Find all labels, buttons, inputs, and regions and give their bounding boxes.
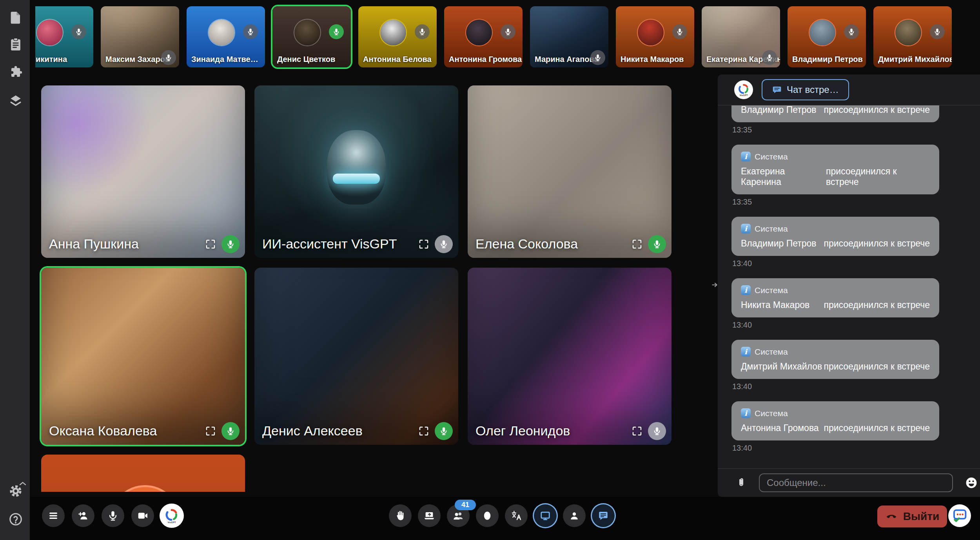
message-user: Антонина Громова xyxy=(741,423,819,433)
participant-name: Олег Леонидов xyxy=(475,423,570,439)
tab-meeting-chat[interactable]: Чат встре… xyxy=(762,79,849,100)
mic-muted-icon[interactable] xyxy=(501,24,515,39)
plugins-icon[interactable] xyxy=(7,64,24,81)
mic-on-icon[interactable] xyxy=(435,422,453,440)
expand-icon[interactable] xyxy=(630,237,644,251)
document-icon[interactable] xyxy=(7,9,24,26)
speaker-view-button[interactable] xyxy=(563,504,586,527)
mic-muted-icon[interactable] xyxy=(672,24,687,39)
message-time: 13:40 xyxy=(732,321,980,330)
filmstrip-tile[interactable]: Никита Макаров xyxy=(616,6,694,67)
visgpt-logo[interactable]: VisGPT xyxy=(734,80,753,99)
mic-muted-icon[interactable] xyxy=(161,50,176,65)
mic-muted-icon[interactable] xyxy=(243,24,258,39)
raise-hand-button[interactable] xyxy=(389,504,412,527)
avatar xyxy=(380,20,406,45)
chat-messages: iСистема Владимир Петровприсоединился к … xyxy=(718,105,980,468)
mic-muted-icon[interactable] xyxy=(435,235,453,253)
mic-muted-icon[interactable] xyxy=(844,24,859,39)
help-icon[interactable] xyxy=(7,511,24,528)
message-action: присоединился к встрече xyxy=(826,166,930,187)
filmstrip-tile[interactable]: Екатерина Каренина xyxy=(702,6,780,67)
mic-muted-icon[interactable] xyxy=(590,50,605,65)
participant-name: Анна Пушкина xyxy=(49,236,139,252)
filmstrip-tile[interactable]: Зинаида Матве… xyxy=(187,6,265,67)
clipboard-icon[interactable] xyxy=(7,36,24,53)
expand-icon[interactable] xyxy=(417,237,431,251)
filmstrip-tile[interactable]: Антонина Громова xyxy=(444,6,523,67)
message-time: 13:40 xyxy=(732,259,980,268)
visgpt-assistant-button[interactable]: VisGPT xyxy=(160,504,184,528)
message-input[interactable] xyxy=(759,473,953,492)
video-vignette xyxy=(468,85,671,258)
avatar xyxy=(209,20,234,45)
filmstrip-tile[interactable]: Максим Захаров xyxy=(101,6,179,67)
avatar xyxy=(809,20,835,45)
tab-label: Чат встре… xyxy=(787,84,839,95)
monitor-view-button[interactable] xyxy=(534,504,557,527)
info-icon: i xyxy=(741,347,751,357)
mic-muted-icon[interactable] xyxy=(648,422,666,440)
mic-on-icon[interactable] xyxy=(221,235,240,253)
settings-icon[interactable] xyxy=(7,482,24,500)
participant-name: Денис Алексеев xyxy=(262,423,363,439)
filmstrip-tile[interactable]: а Никитина xyxy=(35,6,93,67)
participants-button[interactable]: 41 xyxy=(447,504,470,527)
mic-on-icon[interactable] xyxy=(648,235,666,253)
meeting-content: а Никитина Максим Захаров Зинаида Матве…… xyxy=(30,0,980,540)
mic-on-icon[interactable] xyxy=(221,422,240,440)
message-bubble: iСистема Екатерина Каренинаприсоединился… xyxy=(731,145,939,194)
layers-icon[interactable] xyxy=(7,92,24,109)
phone-end-icon xyxy=(885,510,898,523)
filmstrip-tile[interactable]: Владимир Петров xyxy=(788,6,866,67)
message-action: присоединился к встрече xyxy=(824,361,930,372)
filmstrip-tile[interactable]: Дмитрий Михайлов xyxy=(873,6,952,67)
filmstrip-tile[interactable]: Марина Агапова xyxy=(530,6,608,67)
add-person-button[interactable] xyxy=(72,504,94,527)
sticker-chat-button[interactable] xyxy=(948,504,971,527)
chat-header: VisGPT Чат встре… + xyxy=(718,74,980,105)
participant-name: Марина Агапова xyxy=(535,55,599,64)
participant-name: Владимир Петров xyxy=(792,55,863,64)
message-sender: Система xyxy=(755,286,788,295)
menu-button[interactable] xyxy=(42,504,65,527)
expand-icon[interactable] xyxy=(203,237,218,251)
video-tile[interactable]: Денис Алексеев xyxy=(254,268,458,445)
filmstrip-tile[interactable]: Антонина Белова xyxy=(358,6,437,67)
video-tile[interactable]: Олег Леонидов xyxy=(468,268,671,445)
expand-icon[interactable] xyxy=(630,424,644,438)
app-window: а Никитина Максим Захаров Зинаида Матве…… xyxy=(0,0,980,540)
video-tile[interactable]: ИИ-ассистент VisGPT xyxy=(254,85,458,258)
message-sender: Система xyxy=(755,409,788,418)
video-tile[interactable]: Елена Соколова xyxy=(468,85,671,258)
avatar xyxy=(638,20,664,45)
video-vignette xyxy=(468,268,671,445)
mic-muted-icon[interactable] xyxy=(930,24,945,39)
camera-button[interactable] xyxy=(131,504,154,527)
leave-button[interactable]: Выйти xyxy=(877,506,947,527)
emoji-icon[interactable] xyxy=(964,475,979,491)
brand-label: VisGPT xyxy=(167,521,176,524)
record-button[interactable] xyxy=(476,504,499,527)
mic-button[interactable] xyxy=(102,504,124,527)
info-icon: i xyxy=(741,408,751,418)
attach-icon[interactable] xyxy=(733,475,749,491)
mic-muted-icon[interactable] xyxy=(762,50,777,65)
expand-icon[interactable] xyxy=(203,424,218,438)
video-tile[interactable]: Анна Пушкина xyxy=(41,85,245,258)
message-bubble: iСистема Владимир Петровприсоединился к … xyxy=(731,217,939,256)
mic-muted-icon[interactable] xyxy=(415,24,430,39)
filmstrip-tile-selected[interactable]: Денис Цветков xyxy=(272,6,351,67)
message-user: Екатерина Каренина xyxy=(741,166,826,187)
mic-muted-icon[interactable] xyxy=(71,24,86,39)
message-user: Никита Макаров xyxy=(741,300,809,310)
mic-on-icon[interactable] xyxy=(329,24,344,39)
video-tile-selected[interactable]: Оксана Ковалева xyxy=(41,268,245,445)
participant-name: Антонина Громова xyxy=(449,55,522,64)
message-sender: Система xyxy=(755,224,788,234)
screen-share-button[interactable] xyxy=(418,504,441,527)
translate-button[interactable] xyxy=(505,504,528,527)
video-tile-partial[interactable] xyxy=(41,455,245,492)
expand-icon[interactable] xyxy=(417,424,431,438)
chat-toggle-button[interactable] xyxy=(592,504,615,527)
